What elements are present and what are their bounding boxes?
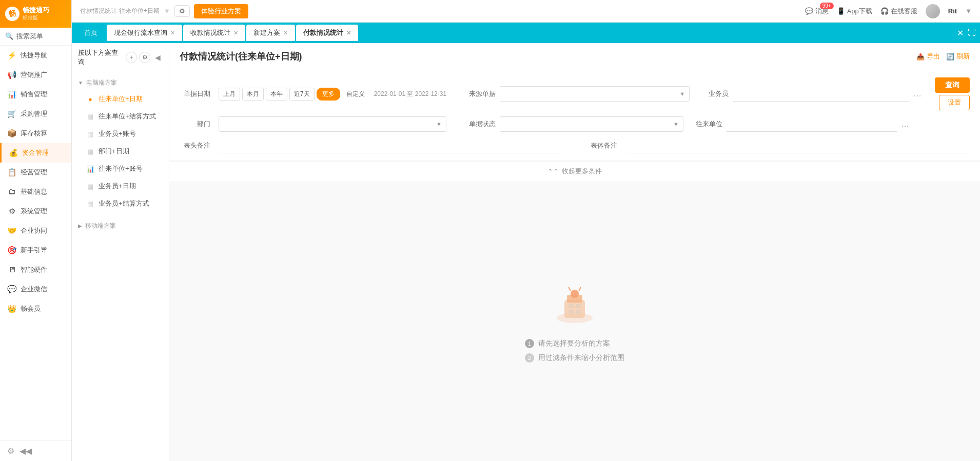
refresh-icon: 🔄 — [946, 53, 954, 61]
tab-home[interactable]: 首页 — [76, 23, 106, 43]
date-option-custom[interactable]: 自定义 — [342, 88, 369, 100]
scheme-add-button[interactable]: + — [126, 52, 137, 63]
more-conditions-label: 收起更多条件 — [562, 167, 602, 176]
partner-dots-icon[interactable]: … — [901, 119, 910, 129]
query-button[interactable]: 查询 — [935, 77, 970, 93]
more-conditions-button[interactable]: ⌃⌃ 收起更多条件 — [169, 161, 980, 181]
sidebar-item-label: 新手引导 — [21, 246, 47, 255]
scheme-item-partner-settle-icon: ▦ — [86, 112, 94, 121]
basic-info-icon: 🗂 — [7, 187, 16, 196]
sidebar-item-quick-nav[interactable]: ⚡ 快捷导航 — [0, 46, 71, 65]
sidebar-item-sales[interactable]: 📊 销售管理 — [0, 85, 71, 104]
scheme-item-staff-settle[interactable]: ▦ 业务员+结算方式 — [72, 195, 169, 212]
svg-rect-8 — [569, 310, 574, 314]
tab-expand-button[interactable]: ⛶ — [968, 28, 976, 38]
tab-payment-stats[interactable]: 收款情况统计 ✕ — [183, 25, 245, 41]
scheme-item-partner-settle[interactable]: ▦ 往来单位+结算方式 — [72, 108, 169, 125]
refresh-button[interactable]: 🔄 刷新 — [946, 52, 970, 61]
tab-cashflow[interactable]: 现金银行流水查询 ✕ — [107, 25, 182, 41]
date-option-this-year[interactable]: 本年 — [266, 88, 287, 101]
sidebar-item-member[interactable]: 👑 畅会员 — [0, 299, 71, 318]
staff-input[interactable] — [733, 86, 909, 102]
online-service-item[interactable]: 🎧 在线客服 — [880, 7, 917, 16]
filter-settings-button[interactable]: 设置 — [939, 95, 970, 110]
member-icon: 👑 — [7, 304, 16, 313]
footer-collapse-icon[interactable]: ◀◀ — [19, 446, 32, 456]
app-download-label: App下载 — [847, 7, 872, 16]
sidebar-item-wechat[interactable]: 💬 企业微信 — [0, 279, 71, 299]
tab-close-all-button[interactable]: ✕ — [957, 28, 964, 38]
sidebar-item-operations[interactable]: 📋 经营管理 — [0, 163, 71, 182]
sidebar-item-hardware[interactable]: 🖥 智能硬件 — [0, 260, 71, 279]
scheme-item-partner-account[interactable]: 📊 往来单位+账号 — [72, 160, 169, 177]
user-avatar[interactable] — [926, 4, 940, 18]
app-download-item[interactable]: 📱 App下载 — [837, 7, 872, 16]
scheme-group-pc-title[interactable]: ▼ 电脑端方案 — [72, 75, 169, 90]
sidebar-item-inventory[interactable]: 📦 库存核算 — [0, 124, 71, 143]
staff-label: 业务员 — [698, 89, 729, 98]
tab-cashflow-close-icon[interactable]: ✕ — [170, 30, 175, 36]
date-option-this-month[interactable]: 本月 — [242, 88, 264, 101]
wechat-icon: 💬 — [7, 285, 16, 294]
date-option-last-7days[interactable]: 近7天 — [289, 88, 315, 101]
sidebar-nav: ⚡ 快捷导航 📢 营销推广 📊 销售管理 🛒 采购管理 📦 库存核算 💰 资金管… — [0, 46, 71, 440]
dept-select[interactable]: ▼ — [219, 116, 446, 132]
staff-dots-icon[interactable]: … — [913, 89, 923, 98]
partner-input[interactable] — [727, 116, 897, 132]
top-header: 付款情况统计-往来单位+日期 ▼ ⚙ 体验行业方案 💬 消息 99+ 📱 App… — [72, 0, 980, 23]
sidebar-item-label: 企业微信 — [21, 285, 47, 294]
refresh-label: 刷新 — [956, 52, 970, 61]
source-select[interactable]: ▼ — [500, 86, 690, 102]
system-icon: ⚙ — [7, 207, 16, 216]
tab-new-scheme-close-icon[interactable]: ✕ — [283, 30, 288, 36]
guide-icon: 🎯 — [7, 246, 16, 255]
svg-point-3 — [571, 290, 579, 298]
footer-settings-icon[interactable]: ⚙ — [7, 446, 14, 456]
sidebar-item-marketing[interactable]: 📢 营销推广 — [0, 65, 71, 85]
scheme-settings-button[interactable]: ⚙ — [139, 52, 150, 63]
filter-row-3: 表头备注 表体备注 — [180, 138, 970, 153]
sidebar-item-label: 库存核算 — [21, 129, 47, 138]
scheme-item-partner-date[interactable]: ● 往来单位+日期 — [72, 90, 169, 108]
date-option-more[interactable]: 更多 — [317, 88, 340, 101]
tip-text-1: 请先选择要分析的方案 — [538, 339, 610, 348]
date-label: 单据日期 — [180, 89, 210, 98]
sidebar-item-enterprise[interactable]: 🤝 企业协同 — [0, 221, 71, 240]
tab-new-scheme[interactable]: 新建方案 ✕ — [246, 25, 295, 41]
tab-payment-stats-close-icon[interactable]: ✕ — [233, 30, 238, 36]
inventory-icon: 📦 — [7, 129, 16, 138]
note-body-label: 表体备注 — [586, 141, 617, 150]
scheme-collapse-button[interactable]: ◀ — [152, 52, 163, 63]
scheme-group-mobile-title[interactable]: ▶ 移动端方案 — [72, 218, 169, 233]
scheme-item-staff-date[interactable]: ▦ 业务员+日期 — [72, 177, 169, 195]
svg-line-5 — [579, 287, 581, 291]
top-settings-button[interactable]: ⚙ — [174, 5, 190, 17]
tab-pay-stats-close-icon[interactable]: ✕ — [346, 30, 351, 36]
scheme-item-staff-account[interactable]: ▦ 业务员+账号 — [72, 125, 169, 143]
tab-pay-stats[interactable]: 付款情况统计 ✕ — [296, 25, 358, 41]
tip-text-2: 用过滤条件来缩小分析范围 — [538, 353, 624, 363]
scheme-item-dept-date[interactable]: ▦ 部门+日期 — [72, 143, 169, 160]
sidebar-logo-sub: 标准版 — [23, 14, 49, 22]
note-header-input[interactable] — [219, 138, 563, 153]
sidebar-item-basic-info[interactable]: 🗂 基础信息 — [0, 182, 71, 202]
scheme-group-pc-label: 电脑端方案 — [86, 78, 117, 87]
sidebar-item-purchase[interactable]: 🛒 采购管理 — [0, 104, 71, 124]
note-body-input[interactable] — [625, 138, 970, 153]
scheme-item-partner-date-label: 往来单位+日期 — [99, 94, 143, 104]
sidebar-item-guide[interactable]: 🎯 新手引导 — [0, 240, 71, 260]
date-option-last-month[interactable]: 上月 — [219, 88, 240, 101]
svg-rect-1 — [564, 300, 585, 318]
note-header-label: 表头备注 — [180, 141, 210, 150]
sidebar-item-finance[interactable]: 💰 资金管理 — [0, 143, 71, 163]
sidebar-item-label: 系统管理 — [21, 207, 47, 216]
notification-item[interactable]: 💬 消息 99+ — [805, 7, 829, 16]
scheme-item-staff-settle-label: 业务员+结算方式 — [99, 199, 149, 208]
sidebar-item-system[interactable]: ⚙ 系统管理 — [0, 202, 71, 221]
doc-status-select[interactable]: ▼ — [500, 116, 683, 132]
experience-button[interactable]: 体验行业方案 — [194, 4, 248, 18]
scheme-item-dept-date-icon: ▦ — [86, 147, 94, 155]
sidebar-item-label: 快捷导航 — [21, 51, 47, 60]
sidebar-search[interactable]: 🔍 搜索菜单 — [0, 28, 71, 46]
export-button[interactable]: 📤 导出 — [916, 52, 940, 61]
